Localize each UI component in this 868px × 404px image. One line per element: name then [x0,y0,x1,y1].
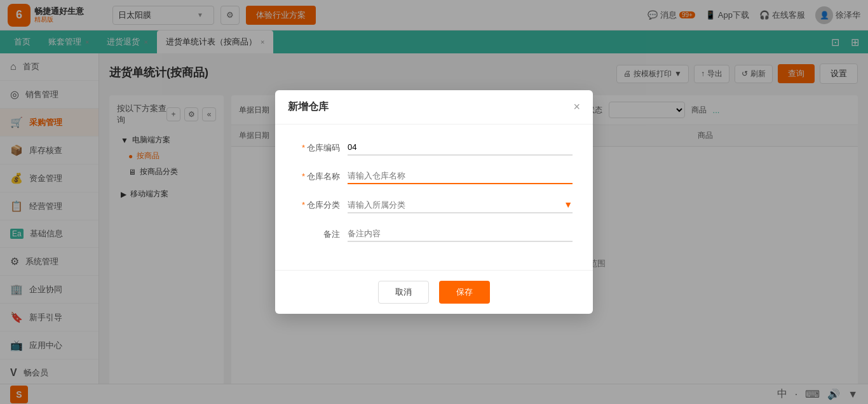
dialog-title: 新增仓库 [288,100,329,114]
modal-overlay: 新增仓库 × 仓库编码 仓库名称 仓库分类 ▼ [0,0,868,404]
dialog-header: 新增仓库 × [275,90,593,125]
category-select-wrap: ▼ [348,197,573,213]
cancel-button[interactable]: 取消 [378,281,429,304]
category-input[interactable] [348,200,564,210]
dialog-new-warehouse: 新增仓库 × 仓库编码 仓库名称 仓库分类 ▼ [275,90,593,314]
form-row-category: 仓库分类 ▼ [295,197,573,213]
category-arrow-icon: ▼ [564,199,573,210]
remark-label: 备注 [295,229,340,240]
dialog-body: 仓库编码 仓库名称 仓库分类 ▼ 备注 [275,125,593,270]
form-row-code: 仓库编码 [295,140,573,156]
code-label: 仓库编码 [295,142,340,154]
dialog-close-button[interactable]: × [573,100,580,114]
remark-input[interactable] [348,226,573,242]
name-label: 仓库名称 [295,171,340,182]
form-row-remark: 备注 [295,226,573,242]
save-button[interactable]: 保存 [439,281,490,304]
name-input[interactable] [348,168,573,184]
category-label: 仓库分类 [295,199,340,211]
dialog-footer: 取消 保存 [275,270,593,314]
form-row-name: 仓库名称 [295,168,573,184]
code-input[interactable] [348,140,573,156]
